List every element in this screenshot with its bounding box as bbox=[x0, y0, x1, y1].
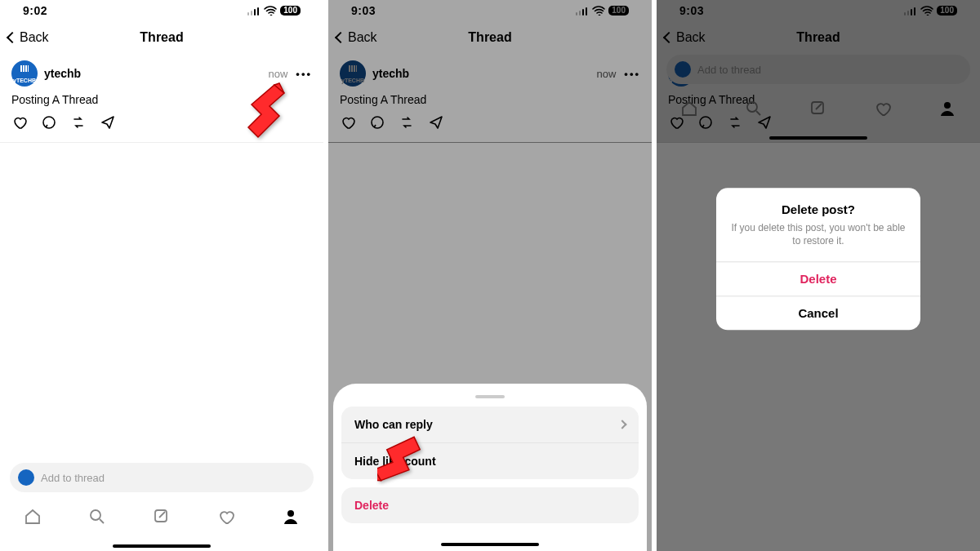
tab-bar bbox=[0, 499, 323, 535]
tab-bar bbox=[657, 91, 980, 127]
more-options-button[interactable]: ••• bbox=[296, 68, 312, 80]
composer-placeholder: Add to thread bbox=[41, 472, 105, 484]
sheet-item-label: Delete bbox=[354, 499, 389, 512]
battery-level: 100 bbox=[937, 6, 957, 16]
screen-2: 9:03 100 Back Thread yTECHB ytechb now •… bbox=[328, 0, 652, 551]
nav-header: Back Thread bbox=[0, 21, 323, 54]
chevron-right-icon bbox=[617, 420, 626, 429]
nav-header: Back Thread bbox=[657, 21, 980, 54]
wifi-icon bbox=[920, 6, 933, 16]
add-to-thread-input[interactable]: Add to thread bbox=[10, 463, 314, 492]
thread-post: yTECHB ytechb now ••• Posting A Thread bbox=[328, 54, 652, 143]
status-bar: 9:02 100 bbox=[0, 0, 323, 21]
wifi-icon bbox=[592, 6, 605, 16]
delete-confirmation-modal: Delete post? If you delete this post, yo… bbox=[716, 189, 920, 330]
screen-1: 9:02 100 Back Thread yTECHB ytechb now •… bbox=[0, 0, 323, 551]
avatar bbox=[18, 469, 34, 486]
home-indicator bbox=[769, 136, 867, 140]
sheet-delete[interactable]: Delete bbox=[341, 487, 639, 523]
back-button[interactable]: Back bbox=[665, 30, 706, 45]
signal-icon bbox=[904, 6, 917, 16]
tab-activity-icon[interactable] bbox=[216, 507, 236, 527]
status-bar: 9:03 100 bbox=[328, 0, 652, 21]
share-icon[interactable] bbox=[100, 114, 116, 131]
post-body: Posting A Thread bbox=[340, 87, 640, 114]
status-time: 9:02 bbox=[23, 4, 47, 17]
sheet-item-label: Who can reply bbox=[354, 418, 433, 431]
tab-profile-icon[interactable] bbox=[938, 99, 957, 118]
composer-placeholder: Add to thread bbox=[697, 64, 761, 76]
status-time: 9:03 bbox=[351, 4, 376, 17]
tab-profile-icon[interactable] bbox=[281, 507, 301, 527]
screen-3: 9:03 100 Back Thread yTECHB ytechb now •… bbox=[657, 0, 980, 551]
back-label: Back bbox=[676, 30, 706, 45]
wifi-icon bbox=[264, 6, 277, 16]
comment-icon[interactable] bbox=[369, 114, 385, 131]
annotation-arrow-icon bbox=[377, 433, 426, 490]
nav-header: Back Thread bbox=[328, 21, 652, 54]
tab-search-icon[interactable] bbox=[87, 507, 107, 527]
tab-activity-icon[interactable] bbox=[873, 99, 893, 118]
tab-compose-icon[interactable] bbox=[808, 99, 828, 118]
home-indicator bbox=[113, 544, 211, 548]
post-username[interactable]: ytechb bbox=[372, 67, 409, 80]
back-button[interactable]: Back bbox=[336, 30, 377, 45]
tab-compose-icon[interactable] bbox=[152, 507, 172, 527]
back-label: Back bbox=[348, 30, 377, 45]
status-time: 9:03 bbox=[679, 4, 704, 17]
post-username[interactable]: ytechb bbox=[44, 67, 81, 80]
avatar bbox=[675, 61, 691, 78]
modal-cancel-button[interactable]: Cancel bbox=[716, 295, 920, 330]
post-timestamp: now bbox=[268, 68, 287, 80]
add-to-thread-input[interactable]: Add to thread bbox=[666, 55, 970, 84]
sheet-grabber[interactable] bbox=[475, 395, 505, 398]
chevron-left-icon bbox=[335, 32, 346, 43]
back-button[interactable]: Back bbox=[8, 30, 49, 45]
battery-level: 100 bbox=[280, 6, 301, 16]
tab-search-icon[interactable] bbox=[744, 99, 764, 118]
chevron-left-icon bbox=[663, 32, 675, 43]
avatar[interactable]: yTECHB bbox=[11, 60, 38, 87]
avatar[interactable]: yTECHB bbox=[340, 60, 366, 87]
chevron-left-icon bbox=[7, 32, 18, 43]
modal-delete-button[interactable]: Delete bbox=[716, 261, 920, 295]
tab-home-icon[interactable] bbox=[679, 99, 699, 118]
modal-message: If you delete this post, you won't be ab… bbox=[729, 222, 907, 248]
signal-icon bbox=[576, 6, 589, 16]
share-icon[interactable] bbox=[428, 114, 444, 131]
comment-icon[interactable] bbox=[41, 114, 57, 131]
signal-icon bbox=[247, 6, 261, 16]
like-icon[interactable] bbox=[11, 114, 28, 131]
like-icon[interactable] bbox=[340, 114, 356, 131]
more-options-button[interactable]: ••• bbox=[624, 68, 640, 80]
repost-icon[interactable] bbox=[70, 114, 87, 131]
repost-icon[interactable] bbox=[399, 114, 415, 131]
modal-title: Delete post? bbox=[729, 203, 907, 217]
annotation-arrow-icon bbox=[237, 82, 286, 139]
back-label: Back bbox=[20, 30, 49, 45]
battery-level: 100 bbox=[608, 6, 629, 16]
tab-home-icon[interactable] bbox=[23, 507, 42, 527]
post-timestamp: now bbox=[596, 68, 616, 80]
status-bar: 9:03 100 bbox=[657, 0, 980, 21]
